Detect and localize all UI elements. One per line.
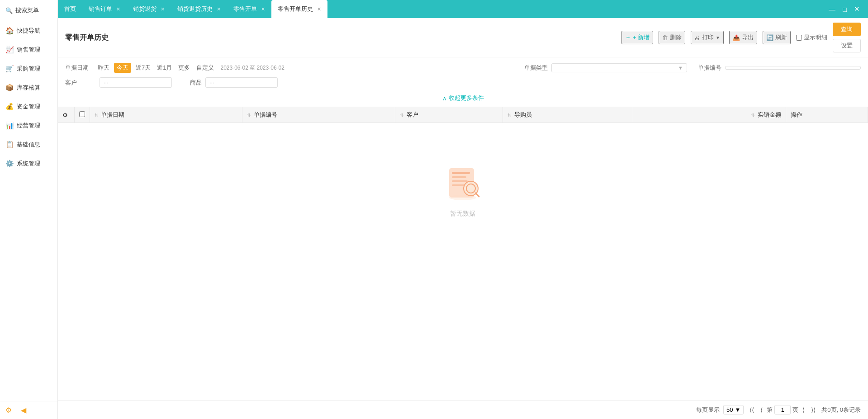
footer: 每页显示 50 ▼ ⟨⟨ ⟨ 第 页 ⟩ ⟩⟩ 共0页, 0条记录 bbox=[58, 400, 868, 419]
export-button[interactable]: 📤 导出 bbox=[729, 31, 757, 44]
window-controls: — □ ✕ bbox=[827, 5, 868, 13]
sales-icon: 📈 bbox=[5, 46, 14, 54]
tab-sales-return[interactable]: 销货退货 ✕ bbox=[127, 0, 171, 18]
sidebar-item-sys-mgmt[interactable]: ⚙️ 系统管理 bbox=[0, 154, 57, 173]
add-button[interactable]: ＋ + 新增 bbox=[621, 31, 653, 44]
empty-state: 暂无数据 bbox=[58, 123, 868, 254]
date-opt-7days[interactable]: 近7天 bbox=[134, 63, 152, 73]
tab-sales-order[interactable]: 销售订单 ✕ bbox=[82, 0, 127, 18]
first-page-button[interactable]: ⟨⟨ bbox=[747, 405, 756, 414]
col-check[interactable] bbox=[74, 107, 90, 123]
sidebar: 🔍 搜索菜单 🏠 快捷导航 📈 销售管理 🛒 采购管理 📦 库存核算 💰 资金管… bbox=[0, 0, 58, 419]
tab-bar: 首页 销售订单 ✕ 销货退货 ✕ 销货退货历史 ✕ 零售开单 ✕ 零售开单历史 … bbox=[58, 0, 868, 18]
close-button[interactable]: ✕ bbox=[852, 5, 862, 13]
col-date-label: 单据日期 bbox=[101, 111, 124, 118]
date-opt-1month[interactable]: 近1月 bbox=[155, 63, 174, 73]
display-detail-wrap: 显示明细 bbox=[796, 33, 827, 42]
date-opt-today[interactable]: 今天 bbox=[114, 63, 131, 73]
settings-bottom-icon[interactable]: ⚙ bbox=[5, 406, 12, 414]
date-label: 单据日期 bbox=[65, 64, 96, 72]
tab-sales-return-history[interactable]: 销货退货历史 ✕ bbox=[171, 0, 227, 18]
page-label: 第 bbox=[767, 406, 773, 414]
data-table: ⚙ ⇅ 单据日期 ⇅ 单据编号 bbox=[58, 107, 868, 254]
sidebar-item-quick-nav[interactable]: 🏠 快捷导航 bbox=[0, 21, 57, 40]
sidebar-search[interactable]: 🔍 搜索菜单 bbox=[0, 0, 57, 21]
per-page-select[interactable]: 50 ▼ bbox=[723, 405, 744, 414]
amount-sort-icon[interactable]: ⇅ bbox=[751, 113, 754, 118]
per-page-value: 50 bbox=[726, 406, 733, 413]
search-icon: 🔍 bbox=[5, 7, 13, 14]
tab-retail-open-label: 零售开单 bbox=[233, 5, 257, 13]
tab-sales-return-history-close[interactable]: ✕ bbox=[217, 6, 221, 12]
delete-button[interactable]: 🗑 删除 bbox=[659, 31, 685, 44]
salesperson-sort-icon[interactable]: ⇅ bbox=[508, 113, 511, 118]
tab-sales-return-label: 销货退货 bbox=[133, 5, 157, 13]
select-all-checkbox[interactable] bbox=[79, 111, 85, 117]
collapse-button[interactable]: ∧ 收起更多条件 bbox=[442, 92, 484, 104]
home-icon: 🏠 bbox=[5, 27, 14, 35]
sidebar-item-basic-info[interactable]: 📋 基础信息 bbox=[0, 135, 57, 154]
last-page-button[interactable]: ⟩⟩ bbox=[809, 405, 818, 414]
minimize-button[interactable]: — bbox=[827, 5, 837, 13]
customer-sort-icon[interactable]: ⇅ bbox=[400, 113, 403, 118]
per-page-arrow-icon: ▼ bbox=[735, 406, 740, 413]
collapse-up-icon: ∧ bbox=[442, 95, 447, 102]
sidebar-bottom: ⚙ ◀ bbox=[0, 401, 57, 419]
page-suffix: 页 bbox=[792, 406, 798, 414]
table-settings-icon[interactable]: ⚙ bbox=[62, 112, 68, 118]
order-type-select[interactable]: ▼ bbox=[551, 63, 687, 72]
sidebar-item-finance[interactable]: 💰 资金管理 bbox=[0, 97, 57, 116]
collapse-sidebar-icon[interactable]: ◀ bbox=[21, 406, 26, 414]
tab-retail-open-close[interactable]: ✕ bbox=[261, 6, 265, 12]
tab-retail-open[interactable]: 零售开单 ✕ bbox=[227, 0, 271, 18]
sidebar-item-purchase-mgmt[interactable]: 🛒 采购管理 bbox=[0, 59, 57, 78]
sidebar-item-label: 快捷导航 bbox=[17, 27, 40, 35]
total-info: 共0页, 0条记录 bbox=[821, 406, 861, 414]
tab-sales-return-history-label: 销货退货历史 bbox=[177, 5, 213, 13]
sidebar-search-label: 搜索菜单 bbox=[15, 6, 39, 14]
table-wrap: ⚙ ⇅ 单据日期 ⇅ 单据编号 bbox=[58, 107, 868, 400]
tab-home[interactable]: 首页 bbox=[58, 0, 82, 18]
settings-button[interactable]: 设置 bbox=[833, 39, 861, 52]
date-sort-icon[interactable]: ⇅ bbox=[95, 113, 98, 118]
prev-page-button[interactable]: ⟨ bbox=[758, 405, 765, 414]
sidebar-item-label: 库存核算 bbox=[17, 84, 40, 92]
toolbar: ＋ + 新增 🗑 删除 🖨 打印 ▼ 📤 导出 🔄 bbox=[621, 23, 861, 52]
goods-input[interactable]: ··· bbox=[205, 77, 278, 88]
date-opt-more[interactable]: 更多 bbox=[176, 63, 192, 73]
tab-sales-order-close[interactable]: ✕ bbox=[116, 6, 120, 12]
finance-icon: 💰 bbox=[5, 103, 14, 111]
maximize-button[interactable]: □ bbox=[841, 5, 849, 13]
query-button[interactable]: 查询 bbox=[833, 23, 861, 36]
page-number-input[interactable] bbox=[774, 405, 791, 414]
display-detail-checkbox[interactable] bbox=[796, 35, 802, 41]
order-no-sort-icon[interactable]: ⇅ bbox=[247, 113, 251, 118]
col-salesperson: ⇅ 导购员 bbox=[503, 107, 633, 123]
sidebar-item-label: 基础信息 bbox=[17, 141, 40, 149]
date-opt-yesterday[interactable]: 昨天 bbox=[96, 63, 111, 73]
goods-ellipsis: ··· bbox=[209, 79, 214, 86]
col-amount-label: 实销金额 bbox=[758, 111, 781, 118]
svg-rect-4 bbox=[452, 180, 468, 182]
date-opt-custom[interactable]: 自定义 bbox=[194, 63, 216, 73]
col-settings[interactable]: ⚙ bbox=[58, 107, 74, 123]
print-button[interactable]: 🖨 打印 ▼ bbox=[691, 31, 724, 44]
order-number-input[interactable] bbox=[725, 66, 861, 70]
sidebar-item-sales-mgmt[interactable]: 📈 销售管理 bbox=[0, 40, 57, 59]
sidebar-item-operations[interactable]: 📊 经营管理 bbox=[0, 116, 57, 135]
tab-sales-return-close[interactable]: ✕ bbox=[161, 6, 165, 12]
col-actions-label: 操作 bbox=[791, 111, 802, 118]
tab-retail-open-history[interactable]: 零售开单历史 ✕ bbox=[271, 0, 327, 18]
export-icon: 📤 bbox=[733, 34, 740, 41]
tab-retail-open-history-close[interactable]: ✕ bbox=[317, 6, 321, 12]
operations-icon: 📊 bbox=[5, 122, 14, 130]
sidebar-item-label: 销售管理 bbox=[17, 46, 40, 54]
col-order-no: ⇅ 单据编号 bbox=[242, 107, 395, 123]
customer-input[interactable]: ··· bbox=[100, 77, 172, 88]
print-icon: 🖨 bbox=[694, 34, 700, 41]
sidebar-item-inventory[interactable]: 📦 库存核算 bbox=[0, 78, 57, 97]
sidebar-item-label: 系统管理 bbox=[17, 160, 40, 168]
refresh-button[interactable]: 🔄 刷新 bbox=[763, 31, 791, 44]
next-page-button[interactable]: ⟩ bbox=[800, 405, 807, 414]
query-settings-wrap: 查询 设置 bbox=[833, 23, 861, 52]
